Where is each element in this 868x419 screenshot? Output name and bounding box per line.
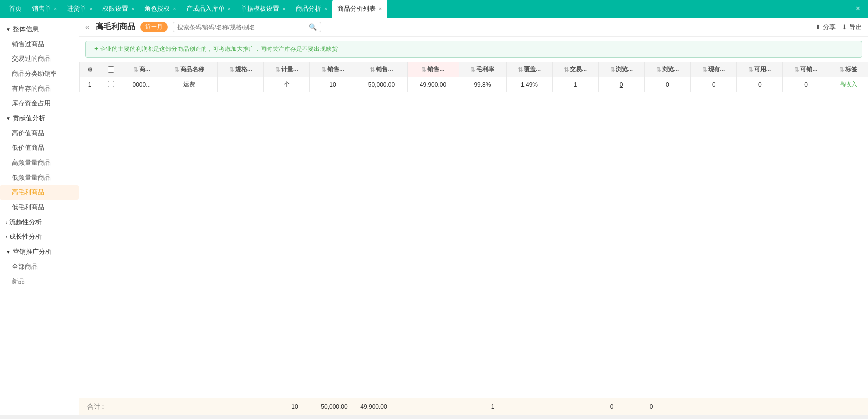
col-available[interactable]: ⇅ 可用... [737, 62, 783, 77]
footer-spacer4 [235, 403, 275, 410]
col-tag[interactable]: ⇅ 标签 [829, 62, 868, 77]
col-transaction[interactable]: ⇅ 交易... [553, 62, 599, 77]
cell-saleable: 0 [783, 77, 829, 92]
close-product-analysis-list[interactable]: × [379, 6, 382, 12]
search-icon[interactable]: 🔍 [309, 23, 317, 31]
close-purchase-order[interactable]: × [89, 6, 92, 12]
sidebar-group-trend[interactable]: › 流趋性分析 [0, 215, 79, 230]
cell-browse2: 0 [645, 77, 691, 92]
col-code[interactable]: ⇅ 商... [122, 62, 161, 77]
tab-product-entry[interactable]: 产成品入库单 × [181, 0, 236, 18]
cell-sales-profit: 49,900.00 [407, 77, 459, 92]
footer-label: 合计： [87, 402, 106, 411]
filter-button[interactable]: 近一月 [140, 22, 168, 32]
col-sales-profit[interactable]: ⇅ 销售... [407, 62, 459, 77]
table-row: 1 0000... 运费 个 10 50,000.00 49,900.00 99… [80, 77, 868, 92]
sidebar-item-high-freq[interactable]: 高频量量商品 [0, 155, 79, 170]
col-current-stock[interactable]: ⇅ 现有... [691, 62, 737, 77]
col-saleable[interactable]: ⇅ 可销... [783, 62, 829, 77]
sidebar-item-traded-goods[interactable]: 交易过的商品 [0, 51, 79, 66]
close-sales-order[interactable]: × [54, 6, 57, 12]
header-right: ⬆ 分享 ⬇ 导出 [816, 23, 862, 32]
page-title: 高毛利商品 [96, 22, 135, 32]
content-header: « 高毛利商品 近一月 🔍 ⬆ 分享 ⬇ 导出 [79, 18, 868, 37]
close-role-permissions[interactable]: × [173, 6, 176, 12]
cell-unit: 个 [263, 77, 309, 92]
sidebar-item-high-margin[interactable]: 高毛利商品 [0, 185, 79, 200]
export-button[interactable]: ⬇ 导出 [842, 23, 862, 32]
sort-icon: ⇅ [174, 66, 179, 73]
close-product-entry[interactable]: × [228, 6, 231, 12]
col-spec[interactable]: ⇅ 规格... [217, 62, 263, 77]
sidebar-item-sales-goods[interactable]: 销售过商品 [0, 37, 79, 51]
footer-spacer3 [196, 403, 235, 410]
col-unit[interactable]: ⇅ 计量... [263, 62, 309, 77]
cell-name: 运费 [161, 77, 218, 92]
footer-current-stock: 0 [592, 403, 631, 410]
top-nav: 首页 销售单 × 进货单 × 权限设置 × 角色授权 × 产成品入库单 × 单据… [0, 0, 868, 18]
col-sales-amount[interactable]: ⇅ 销售... [356, 62, 407, 77]
tab-product-analysis-list[interactable]: 商品分析列表 × [332, 0, 387, 18]
col-gross-margin[interactable]: ⇅ 毛利率 [459, 62, 506, 77]
arrow-overall: ▼ [6, 27, 11, 32]
tab-permission-settings[interactable]: 权限设置 × [98, 0, 139, 18]
footer-available: 0 [631, 403, 671, 410]
sidebar-group-financial[interactable]: ▼ 贡献值分析 [0, 111, 79, 126]
search-box: 🔍 [173, 22, 321, 32]
sidebar-item-all-goods[interactable]: 全部商品 [0, 259, 79, 274]
row-checkbox[interactable] [108, 81, 114, 87]
col-browse2[interactable]: ⇅ 浏览... [645, 62, 691, 77]
sort-icon: ⇅ [470, 66, 475, 73]
arrow-trend: › [6, 220, 7, 225]
arrow-financial: ▼ [6, 116, 11, 121]
data-table: ⚙ ⇅ 商... ⇅ [79, 62, 868, 92]
sidebar-item-low-margin[interactable]: 低毛利商品 [0, 200, 79, 215]
close-product-analysis[interactable]: × [324, 6, 327, 12]
cell-browse1[interactable]: 0 [599, 77, 645, 92]
sidebar-group-overall[interactable]: ▼ 整体信息 [0, 22, 79, 37]
sidebar-group-marketing[interactable]: ▼ 营销推广分析 [0, 244, 79, 259]
tab-home[interactable]: 首页 [4, 0, 27, 18]
col-name[interactable]: ⇅ 商品名称 [161, 62, 218, 77]
cell-spec [217, 77, 263, 92]
sidebar-item-stock-capital[interactable]: 库存资金占用 [0, 96, 79, 111]
sidebar-item-new-goods[interactable]: 新品 [0, 274, 79, 289]
select-all-checkbox[interactable] [108, 66, 114, 73]
sidebar-item-low-freq[interactable]: 低频量量商品 [0, 170, 79, 185]
browse1-link[interactable]: 0 [620, 81, 623, 88]
sidebar-item-high-value[interactable]: 高价值商品 [0, 126, 79, 140]
col-coverage[interactable]: ⇅ 覆盖... [506, 62, 552, 77]
info-banner: ✦ 企业的主要的利润都是这部分商品创造的，可考虑加大推广，同时关注库存是不要出现… [85, 41, 862, 58]
export-icon: ⬇ [842, 23, 847, 31]
col-browse1[interactable]: ⇅ 浏览... [599, 62, 645, 77]
sidebar-item-stocked-goods[interactable]: 有库存的商品 [0, 81, 79, 96]
cell-checkbox[interactable] [100, 77, 122, 92]
sidebar-group-growth[interactable]: › 成长性分析 [0, 230, 79, 244]
sort-icon: ⇅ [421, 66, 426, 73]
cell-gross-margin: 99.8% [459, 77, 506, 92]
tab-template-settings[interactable]: 单据模板设置 × [236, 0, 290, 18]
sidebar-item-low-value[interactable]: 低价值商品 [0, 140, 79, 155]
cell-index: 1 [80, 77, 100, 92]
footer-sales-amount: 50,000.00 [314, 403, 354, 410]
close-permission-settings[interactable]: × [131, 6, 134, 12]
col-settings[interactable]: ⚙ [80, 62, 100, 77]
tab-role-permissions[interactable]: 角色授权 × [139, 0, 181, 18]
window-close-button[interactable]: × [852, 4, 864, 13]
close-template-settings[interactable]: × [282, 6, 285, 12]
col-checkbox[interactable] [100, 62, 122, 77]
cell-sales-qty: 10 [309, 77, 356, 92]
table-header-row: ⚙ ⇅ 商... ⇅ [80, 62, 868, 77]
share-button[interactable]: ⬆ 分享 [816, 23, 836, 32]
search-input[interactable] [177, 24, 309, 31]
sidebar-item-goods-assist-rate[interactable]: 商品分类助销率 [0, 66, 79, 81]
footer-spacer1 [116, 403, 156, 410]
tab-sales-order[interactable]: 销售单 × [27, 0, 62, 18]
cell-transaction: 1 [553, 77, 599, 92]
bottom-scroll-area[interactable] [0, 415, 868, 419]
col-sales-qty[interactable]: ⇅ 销售... [309, 62, 356, 77]
sidebar-collapse-button[interactable]: « [85, 23, 90, 32]
tab-product-analysis[interactable]: 商品分析 × [291, 0, 332, 18]
cell-tag: 高收入 [829, 77, 868, 92]
tab-purchase-order[interactable]: 进货单 × [62, 0, 97, 18]
